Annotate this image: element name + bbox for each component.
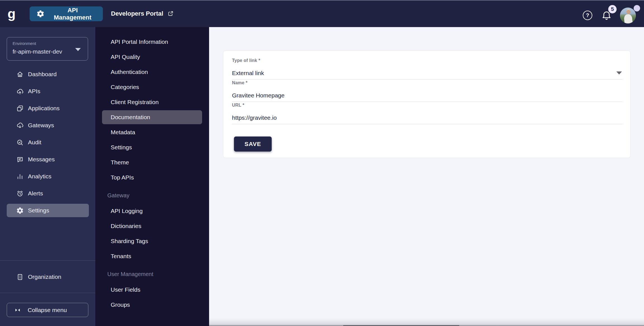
sidebar-item-dashboard[interactable]: Dashboard — [7, 68, 89, 81]
field-label-url: URL * — [232, 103, 622, 107]
settings-nav-item-authentication[interactable]: Authentication — [102, 65, 202, 79]
settings-section-heading-gateway: Gateway — [95, 188, 209, 203]
settings-nav-item-label: Categories — [111, 84, 139, 90]
settings-nav-item-label: Settings — [111, 144, 132, 151]
settings-nav-item-label: Metadata — [111, 129, 135, 136]
settings-nav-item-label: API Logging — [111, 208, 143, 214]
gear-icon — [16, 207, 24, 214]
field-underline — [232, 102, 622, 102]
field-name[interactable]: Gravitee Homepage — [232, 92, 622, 99]
alarm-icon — [16, 190, 24, 197]
environment-label: Environment — [13, 41, 82, 46]
sidebar-item-alerts[interactable]: Alerts — [7, 187, 89, 200]
sidebar-item-applications[interactable]: Applications — [7, 102, 89, 115]
cloud-upload-icon — [16, 88, 24, 95]
sidebar-item-label: Settings — [28, 207, 49, 214]
field-type-of-link[interactable]: External link — [232, 70, 622, 76]
field-label-name: Name * — [232, 81, 622, 85]
settings-nav-item-api-logging[interactable]: API Logging — [102, 204, 202, 218]
settings-nav-item-categories[interactable]: Categories — [102, 80, 202, 94]
settings-nav-item-label: Authentication — [111, 69, 148, 75]
select-caret-icon — [616, 71, 622, 75]
settings-nav-item-label: Documentation — [111, 114, 150, 121]
settings-section-heading-user-management: User Management — [95, 267, 209, 282]
collapse-icon — [15, 307, 21, 313]
audit-search-icon — [16, 139, 24, 146]
sidebar-item-label: Analytics — [28, 173, 51, 180]
sidebar-item-label: Messages — [28, 156, 55, 163]
developers-portal-link[interactable]: Developers Portal — [111, 0, 174, 27]
user-avatar[interactable] — [620, 8, 636, 23]
sidebar-item-apis[interactable]: APIs — [7, 85, 89, 98]
sidebar-item-gateways[interactable]: Gateways — [7, 119, 89, 132]
home-icon — [16, 71, 24, 78]
settings-nav-item-settings[interactable]: Settings — [102, 140, 202, 154]
settings-nav: API Portal InformationAPI QualityAuthent… — [95, 27, 209, 312]
sidebar-item-label: Dashboard — [28, 71, 57, 78]
field-underline — [232, 124, 622, 124]
sidebar-item-messages[interactable]: Messages — [7, 153, 89, 166]
settings-nav-item-dictionaries[interactable]: Dictionaries — [102, 219, 202, 233]
status-dot — [634, 5, 640, 11]
external-link-icon — [167, 10, 174, 17]
sidebar-divider — [0, 293, 95, 293]
sidebar-item-audit[interactable]: Audit — [7, 136, 89, 149]
environment-select[interactable]: Environment fr-apim-master-dev — [7, 37, 88, 61]
settings-nav-item-label: API Portal Information — [111, 39, 168, 45]
settings-nav-item-label: Groups — [111, 301, 130, 308]
settings-nav-item-label: Theme — [111, 159, 129, 166]
save-button[interactable]: SAVE — [234, 136, 272, 152]
organization-icon — [16, 273, 24, 281]
field-value: External link — [232, 70, 264, 76]
settings-nav-item-client-registration[interactable]: Client Registration — [102, 95, 202, 109]
settings-nav-item-groups[interactable]: Groups — [102, 298, 202, 312]
collapse-menu-button[interactable]: Collapse menu — [7, 303, 88, 317]
sidebar-item-label: Audit — [28, 139, 41, 146]
field-underline — [232, 79, 622, 80]
api-management-button[interactable]: API Management — [30, 6, 103, 21]
bottom-fade — [209, 318, 644, 325]
form-fields: Type of link *External linkName *Gravite… — [232, 58, 622, 124]
header-bar: g API Management Developers Portal 5 — [0, 0, 644, 27]
field-url[interactable]: https://gravitee.io — [232, 115, 622, 121]
settings-nav-item-label: Client Registration — [111, 99, 159, 106]
sidebar-item-settings[interactable]: Settings — [7, 204, 89, 217]
settings-nav-item-api-quality[interactable]: API Quality — [102, 50, 202, 64]
settings-nav-item-label: Top APIs — [111, 174, 134, 181]
message-icon — [16, 156, 24, 163]
applications-icon — [16, 105, 24, 112]
settings-nav-item-label: API Quality — [111, 54, 140, 60]
settings-nav-item-top-apis[interactable]: Top APIs — [102, 171, 202, 184]
settings-nav-item-theme[interactable]: Theme — [102, 155, 202, 169]
settings-nav-item-documentation[interactable]: Documentation — [102, 110, 202, 124]
main-nav: DashboardAPIsApplicationsGatewaysAuditMe… — [7, 68, 89, 221]
analytics-icon — [16, 173, 24, 180]
settings-nav-item-label: User Fields — [111, 286, 140, 293]
api-management-label: API Management — [49, 7, 96, 21]
cloud-download-icon — [16, 122, 24, 129]
settings-nav-item-tenants[interactable]: Tenants — [102, 249, 202, 263]
sidebar-item-analytics[interactable]: Analytics — [7, 170, 89, 183]
settings-nav-item-metadata[interactable]: Metadata — [102, 125, 202, 139]
help-icon[interactable] — [583, 11, 592, 20]
sidebar-item-organization[interactable]: Organization — [7, 270, 89, 284]
chevron-down-icon — [75, 48, 81, 51]
settings-nav-item-label: Sharding Tags — [111, 238, 148, 244]
link-form-card: Type of link *External linkName *Gravite… — [223, 51, 631, 158]
field-value: Gravitee Homepage — [232, 92, 285, 99]
organization-label: Organization — [28, 274, 61, 280]
settings-nav-item-user-fields[interactable]: User Fields — [102, 283, 202, 297]
main-content: Type of link *External linkName *Gravite… — [209, 27, 644, 326]
notification-badge: 5 — [608, 5, 617, 13]
bottom-edge-strip — [209, 325, 644, 326]
developers-portal-label: Developers Portal — [111, 10, 163, 17]
sidebar-item-label: Applications — [28, 105, 60, 112]
settings-nav-item-label: Dictionaries — [111, 223, 141, 229]
settings-nav-item-label: Tenants — [111, 253, 131, 260]
gravitee-logo[interactable]: g — [8, 0, 16, 27]
sidebar-item-label: Alerts — [28, 190, 43, 197]
field-label-type-of-link: Type of link * — [232, 58, 622, 63]
app-root: g API Management Developers Portal 5 Env… — [0, 0, 644, 326]
settings-nav-item-api-portal-information[interactable]: API Portal Information — [102, 35, 202, 49]
settings-nav-item-sharding-tags[interactable]: Sharding Tags — [102, 234, 202, 248]
